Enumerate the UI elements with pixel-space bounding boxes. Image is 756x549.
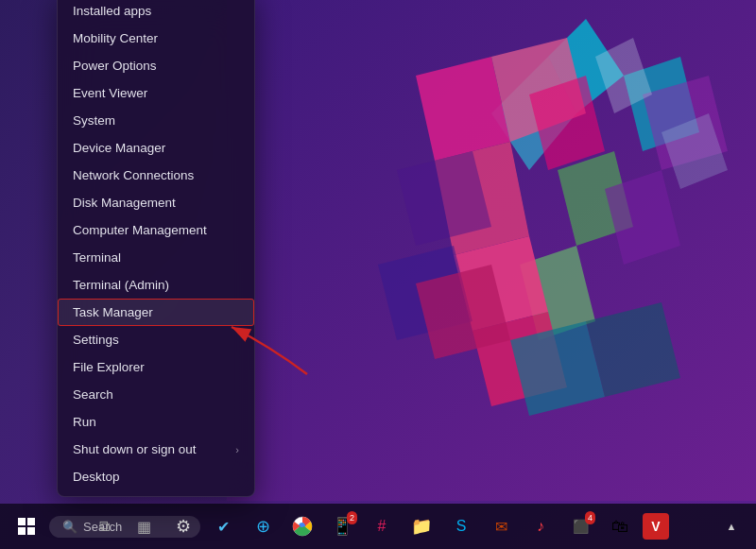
skype-taskbar-icon[interactable]: S: [444, 509, 478, 543]
context-menu: Installed appsMobility CenterPower Optio…: [57, 0, 255, 497]
menu-item-label-power-options: Power Options: [73, 59, 157, 73]
widgets-button[interactable]: ▦: [127, 509, 161, 543]
taskbar: 🔍 Search ⧉ ▦ ⚙ ✔ ⊕ 📱 2 # 📁 S ✉ ♪ ⬛ 4 🛍 V…: [0, 504, 756, 549]
menu-item-label-desktop: Desktop: [73, 470, 120, 484]
menu-item-file-explorer[interactable]: File Explorer: [58, 353, 254, 381]
desktop-wallpaper-art: [227, 0, 756, 501]
taskbar-right: ▲: [714, 509, 748, 543]
menu-item-label-terminal-admin: Terminal (Admin): [73, 278, 169, 292]
music-taskbar-icon[interactable]: ♪: [524, 509, 558, 543]
start-button[interactable]: [8, 507, 45, 545]
badge-taskbar-icon[interactable]: ⬛ 4: [563, 509, 597, 543]
checkmark-taskbar-icon[interactable]: ✔: [206, 509, 240, 543]
vpn-taskbar-icon[interactable]: ⊕: [246, 509, 280, 543]
menu-item-disk-management[interactable]: Disk Management: [58, 189, 254, 216]
menu-item-power-options[interactable]: Power Options: [58, 52, 254, 79]
menu-item-label-device-manager: Device Manager: [73, 141, 165, 155]
menu-item-device-manager[interactable]: Device Manager: [58, 134, 254, 162]
menu-item-label-shut-down: Shut down or sign out: [73, 442, 197, 456]
menu-item-label-system: System: [73, 113, 115, 128]
menu-item-network-connections[interactable]: Network Connections: [58, 162, 254, 189]
menu-item-label-mobility-center: Mobility Center: [73, 31, 158, 45]
taskbar-center-icons: ⧉ ▦ ⚙ ✔ ⊕ 📱 2 # 📁 S ✉ ♪ ⬛ 4 🛍 V: [87, 509, 669, 543]
menu-item-label-file-explorer: File Explorer: [73, 360, 145, 374]
menu-item-system[interactable]: System: [58, 107, 254, 134]
menu-item-task-manager[interactable]: Task Manager: [58, 299, 254, 326]
menu-item-label-event-viewer: Event Viewer: [73, 86, 147, 100]
menu-item-mobility-center[interactable]: Mobility Center: [58, 25, 254, 52]
menu-item-label-network-connections: Network Connections: [73, 168, 194, 182]
menu-item-shut-down[interactable]: Shut down or sign out›: [58, 436, 254, 463]
menu-item-settings[interactable]: Settings: [58, 326, 254, 353]
mail-taskbar-icon[interactable]: ✉: [484, 509, 518, 543]
menu-item-desktop[interactable]: Desktop: [58, 463, 254, 490]
folder-taskbar-icon[interactable]: 📁: [404, 509, 438, 543]
task-view-button[interactable]: ⧉: [87, 509, 121, 543]
menu-item-installed-apps[interactable]: Installed apps: [58, 0, 254, 25]
menu-item-label-search: Search: [73, 387, 113, 402]
menu-item-terminal-admin[interactable]: Terminal (Admin): [58, 271, 254, 299]
windows-logo: [18, 518, 35, 535]
menu-item-label-computer-management: Computer Management: [73, 223, 207, 237]
menu-item-label-run: Run: [73, 415, 96, 429]
v-taskbar-icon[interactable]: V: [643, 513, 669, 540]
menu-item-event-viewer[interactable]: Event Viewer: [58, 79, 254, 107]
menu-item-label-terminal: Terminal: [73, 250, 121, 265]
menu-item-computer-management[interactable]: Computer Management: [58, 216, 254, 244]
store-taskbar-icon[interactable]: 🛍: [603, 509, 637, 543]
menu-item-label-disk-management: Disk Management: [73, 196, 176, 210]
menu-item-run[interactable]: Run: [58, 408, 254, 436]
search-icon: 🔍: [62, 520, 77, 534]
menu-item-label-task-manager: Task Manager: [73, 305, 153, 319]
submenu-chevron-shut-down: ›: [235, 444, 239, 455]
system-tray[interactable]: ▲: [714, 509, 748, 543]
menu-item-terminal[interactable]: Terminal: [58, 244, 254, 271]
slack-taskbar-icon[interactable]: #: [365, 509, 399, 543]
chrome-taskbar-icon[interactable]: [285, 509, 319, 543]
menu-item-label-installed-apps: Installed apps: [73, 4, 151, 18]
menu-item-search[interactable]: Search: [58, 381, 254, 408]
whatsapp-taskbar-icon[interactable]: 📱 2: [325, 509, 359, 543]
menu-item-label-settings: Settings: [73, 333, 119, 347]
settings-taskbar-icon[interactable]: ⚙: [166, 509, 200, 543]
